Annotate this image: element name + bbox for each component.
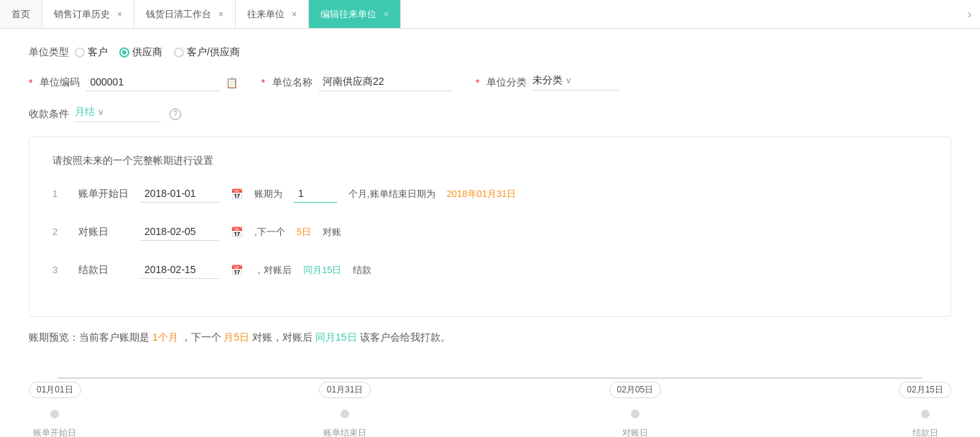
tab-edit-partner-close[interactable]: ×	[384, 9, 389, 19]
timeline-nodes: 01月01日 账单开始日 01月31日 账单结束日 02月05日 对账日 02月…	[29, 382, 951, 437]
payment-terms-value: 月结	[75, 106, 95, 119]
setting-desc-1-pre: 账期为	[254, 188, 282, 201]
setting-num-1: 1	[52, 188, 67, 199]
timeline-label-3: 结款日	[912, 427, 938, 437]
radio-customer[interactable]: 客户	[75, 46, 108, 59]
setting-row-1: 1 账单开始日 📅 账期为 个月,账单结束日期为 2018年01月31日	[52, 185, 928, 203]
preview-period: 1个月	[152, 331, 178, 343]
setting-row-2: 2 对账日 📅 ,下一个 5日 对账	[52, 223, 928, 241]
tab-home[interactable]: 首页	[0, 0, 42, 28]
tab-sales-order[interactable]: 销售订单历史 ×	[42, 0, 134, 28]
page-content: 单位类型 客户 供应商 客户/供应商 * 单位编码	[0, 29, 980, 437]
timeline-dot-0	[50, 410, 59, 418]
payment-terms-dropdown[interactable]: 月结 ∨	[75, 106, 161, 122]
tab-edit-partner[interactable]: 编辑往来单位 ×	[309, 0, 401, 28]
period-input[interactable]	[294, 185, 337, 203]
tab-partner[interactable]: 往来单位 ×	[236, 0, 309, 28]
tab-cash-work[interactable]: 钱货日清工作台 ×	[134, 0, 236, 28]
setting-desc-2-pre: ,下一个	[254, 226, 285, 239]
payment-date-input[interactable]	[140, 261, 219, 279]
setting-label-3: 结款日	[78, 264, 129, 277]
unit-type-radio-group: 客户 供应商 客户/供应商	[75, 46, 240, 59]
start-date-input[interactable]	[140, 185, 219, 203]
timeline: 01月01日 账单开始日 01月31日 账单结束日 02月05日 对账日 02月…	[29, 367, 951, 437]
settings-box: 请按照未来的一个完整帐期进行设置 1 账单开始日 📅 账期为 个月,账单结束日期…	[29, 137, 951, 317]
unit-name-field: * 单位名称	[261, 73, 452, 91]
radio-both-circle	[174, 47, 184, 58]
tab-cash-work-label: 钱货日清工作台	[146, 8, 211, 21]
timeline-badge-1: 01月31日	[319, 382, 371, 398]
unit-type-label: 单位类型	[29, 46, 69, 59]
radio-supplier-circle	[119, 47, 129, 58]
tab-partner-close[interactable]: ×	[292, 9, 297, 19]
preview-prefix: 账期预览：当前客户账期是	[29, 331, 149, 343]
preview-payment: 同月15日	[315, 331, 357, 343]
preview-suffix: 该客户会给我打款。	[360, 331, 450, 343]
timeline-dot-1	[341, 410, 349, 418]
tab-home-label: 首页	[11, 8, 30, 21]
timeline-node-0: 01月01日 账单开始日	[29, 382, 81, 437]
setting-label-1: 账单开始日	[78, 188, 129, 201]
preview-sep1: ，下一个	[181, 331, 221, 343]
unit-code-star: *	[29, 77, 32, 88]
preview-sep2: 对账，对账后	[252, 331, 313, 343]
setting-desc-3-post: 结款	[353, 264, 371, 277]
radio-both-label: 客户/供应商	[187, 46, 240, 59]
unit-category-star: *	[476, 77, 479, 88]
unit-category-dropdown[interactable]: 未分类 ∨	[532, 74, 619, 91]
payment-terms-help-icon[interactable]: ?	[170, 109, 181, 120]
timeline-badge-0: 01月01日	[29, 382, 81, 398]
setting-num-3: 3	[52, 264, 67, 275]
radio-customer-circle	[75, 47, 85, 58]
timeline-dot-2	[631, 410, 639, 418]
unit-code-input[interactable]	[85, 73, 220, 91]
timeline-label-0: 账单开始日	[33, 427, 76, 437]
tab-sales-order-label: 销售订单历史	[54, 8, 110, 21]
unit-name-star: *	[261, 77, 264, 88]
reconcile-date-cal-icon[interactable]: 📅	[231, 226, 243, 238]
tab-cash-work-close[interactable]: ×	[218, 9, 223, 19]
timeline-node-3: 02月15日 结款日	[899, 382, 951, 437]
unit-name-label: 单位名称	[272, 76, 313, 89]
payment-terms-field: 收款条件 月结 ∨ ?	[29, 106, 181, 122]
radio-supplier-label: 供应商	[132, 46, 162, 59]
unit-code-label: 单位编码	[40, 76, 80, 89]
unit-category-value: 未分类	[532, 74, 563, 87]
setting-end-date: 2018年01月31日	[447, 188, 517, 201]
tab-more-button[interactable]: ›	[959, 0, 980, 28]
preview-text: 账期预览：当前客户账期是 1个月 ，下一个 月5日 对账，对账后 同月15日 该…	[29, 331, 951, 344]
unit-type-row: 单位类型 客户 供应商 客户/供应商	[29, 46, 951, 59]
unit-info-row: * 单位编码 📋 * 单位名称 * 单位分类 未分类 ∨	[29, 73, 951, 91]
start-date-cal-icon[interactable]: 📅	[231, 188, 243, 200]
payment-terms-arrow-icon: ∨	[98, 107, 104, 117]
reconcile-date-input[interactable]	[140, 223, 219, 241]
tab-edit-partner-label: 编辑往来单位	[320, 8, 376, 21]
radio-supplier[interactable]: 供应商	[119, 46, 162, 59]
unit-category-label: 单位分类	[486, 76, 527, 89]
setting-desc-2-post: 对账	[323, 226, 341, 239]
setting-num-2: 2	[52, 226, 67, 237]
settings-title: 请按照未来的一个完整帐期进行设置	[52, 155, 928, 167]
unit-type-field: 单位类型 客户 供应商 客户/供应商	[29, 46, 240, 59]
preview-reconcile: 月5日	[223, 331, 249, 343]
unit-category-field: * 单位分类 未分类 ∨	[476, 74, 619, 91]
unit-category-arrow-icon: ∨	[565, 75, 572, 86]
unit-code-field: * 单位编码 📋	[29, 73, 238, 91]
setting-reconcile-highlight: 5日	[297, 226, 311, 239]
radio-customer-label: 客户	[88, 46, 108, 59]
setting-desc-1-mid: 个月,账单结束日期为	[348, 188, 435, 201]
payment-terms-row: 收款条件 月结 ∨ ?	[29, 106, 951, 122]
radio-both[interactable]: 客户/供应商	[174, 46, 240, 59]
setting-desc-3-pre: ，对账后	[254, 264, 292, 277]
timeline-dot-3	[921, 410, 930, 418]
unit-code-copy-icon[interactable]: 📋	[226, 77, 238, 88]
setting-row-3: 3 结款日 📅 ，对账后 同月15日 结款	[52, 261, 928, 279]
unit-name-input[interactable]	[318, 73, 453, 91]
tab-sales-order-close[interactable]: ×	[117, 9, 122, 19]
setting-payment-highlight: 同月15日	[303, 264, 341, 277]
payment-date-cal-icon[interactable]: 📅	[231, 264, 243, 276]
timeline-node-2: 02月05日 对账日	[609, 382, 662, 437]
tab-bar: 首页 销售订单历史 × 钱货日清工作台 × 往来单位 × 编辑往来单位 × ›	[0, 0, 980, 29]
payment-terms-label: 收款条件	[29, 108, 69, 121]
timeline-node-1: 01月31日 账单结束日	[319, 382, 371, 437]
